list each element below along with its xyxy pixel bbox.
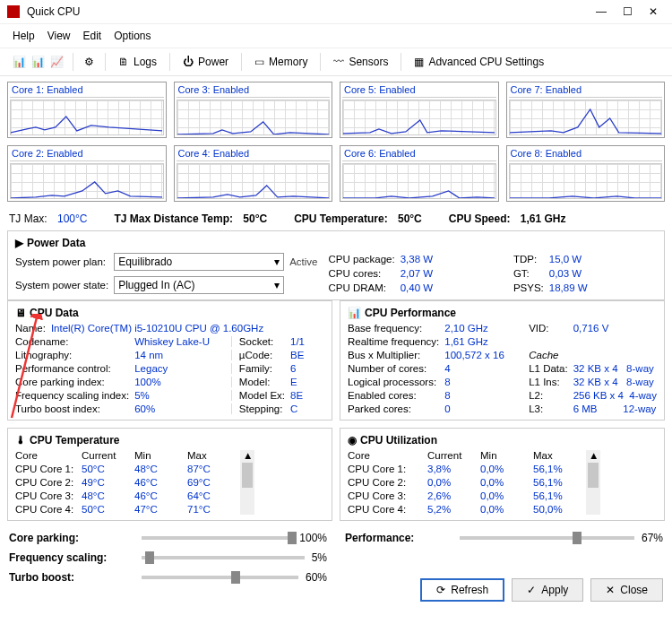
core-graph-6[interactable]: Core 6: Enabled — [340, 145, 499, 202]
power-data-panel: ▶Power Data System power plan: Equilibra… — [7, 230, 665, 300]
menu-help[interactable]: Help — [13, 30, 35, 42]
cpudata-label: Frequency scaling index: — [15, 390, 129, 401]
row-label: CPU Core 4: — [348, 504, 424, 515]
performance-slider[interactable]: Performance: 67% — [336, 528, 672, 548]
cpudata-label: Performance control: — [15, 363, 129, 374]
row-min: 0,0% — [480, 464, 530, 474]
core-title: Core 5: Enabled — [342, 84, 496, 98]
refresh-button[interactable]: ⟳Refresh — [420, 578, 504, 602]
cpuperf-label2: L1 Data: — [529, 363, 567, 374]
memory-button[interactable]: ▭Memory — [251, 54, 311, 70]
row-max: 56,1% — [533, 477, 582, 488]
power-stat-value: 0,03 W — [549, 268, 657, 279]
titlebar: Quick CPU — ☐ ✕ — [0, 0, 672, 24]
row-min: 46°C — [134, 477, 184, 488]
advanced-cpu-settings-button[interactable]: ▦Advanced CPU Settings — [410, 54, 547, 70]
minimize-button[interactable]: — — [596, 5, 607, 18]
cpudata-value: 5% — [134, 390, 226, 401]
menu-options[interactable]: Options — [114, 30, 151, 42]
row-label: CPU Core 2: — [348, 477, 424, 488]
power-state-select[interactable]: Plugged In (AC)▾ — [114, 276, 284, 294]
row-min: 47°C — [134, 504, 184, 515]
chevron-down-icon: ▾ — [274, 279, 280, 291]
core-title: Core 6: Enabled — [342, 148, 496, 161]
row-label: CPU Core 3: — [348, 490, 424, 501]
cpuperf-label2: L2: — [529, 390, 567, 401]
core-graph-1[interactable]: Core 1: Enabled — [7, 82, 167, 138]
core-graph-7[interactable]: Core 7: Enabled — [506, 82, 666, 138]
row-cur: 50°C — [82, 464, 131, 474]
cpudata-value2: BE — [290, 350, 324, 360]
close-window-button[interactable]: ✕ — [649, 5, 658, 18]
chart-icon-1[interactable]: 📊 — [13, 56, 26, 69]
core-graph-3[interactable]: Core 3: Enabled — [174, 82, 333, 138]
row-min: 0,0% — [480, 504, 530, 515]
frequency-scaling-slider[interactable]: Frequency scaling: 5% — [0, 548, 336, 568]
chart-icon-2[interactable]: 📊 — [31, 56, 45, 69]
row-label: CPU Core 3: — [15, 490, 78, 501]
cpudata-value: Whiskey Lake-U — [134, 336, 226, 347]
apply-button[interactable]: ✓Apply — [512, 578, 583, 602]
cpuperf-value: 100,572 x 16 — [444, 350, 523, 360]
core-graph-4[interactable]: Core 4: Enabled — [174, 145, 333, 202]
sensors-button[interactable]: 〰Sensors — [330, 54, 392, 70]
power-stat-value: 18,89 W — [549, 282, 657, 293]
core-title: Core 4: Enabled — [177, 148, 331, 161]
row-max: 64°C — [187, 490, 237, 501]
cpuperf-label2: VID: — [529, 323, 567, 334]
maximize-button[interactable]: ☐ — [623, 5, 633, 18]
cpuperf-value: 8 — [444, 390, 523, 401]
turbo-boost-slider[interactable]: Turbo boost: 60% — [0, 568, 336, 587]
col-header: Core — [15, 450, 78, 461]
row-label: CPU Core 4: — [15, 504, 78, 515]
cpuperf-value2: 32 KB x 4 8-way — [573, 377, 657, 387]
gear-icon[interactable]: ⚙ — [82, 56, 96, 69]
cpuperf-label: Bus x Multiplier: — [348, 350, 439, 360]
cpudata-value2: 8E — [290, 390, 324, 401]
thermometer-icon: 🌡 — [15, 434, 26, 447]
col-header: Current — [82, 450, 131, 461]
cpudata-label: Turbo boost index: — [15, 403, 129, 414]
power-state-label: System power state: — [15, 280, 108, 290]
row-min: 0,0% — [480, 477, 530, 488]
core-graph-8[interactable]: Core 8: Enabled — [506, 145, 666, 202]
cpuperf-value: 1,61 GHz — [444, 336, 523, 347]
chart-icon-3[interactable]: 📈 — [50, 56, 64, 69]
scrollbar[interactable]: ▲ — [586, 450, 600, 515]
row-min: 0,0% — [480, 490, 530, 501]
row-label: CPU Core 1: — [15, 464, 78, 474]
cpudata-label: Lithography: — [15, 350, 129, 360]
cpuperf-value2: 256 KB x 4 4-way — [573, 390, 657, 401]
cpuperf-value2: 6 MB 12-way — [573, 403, 657, 414]
cpuperf-value: 4 — [444, 363, 523, 374]
core-graph-2[interactable]: Core 2: Enabled — [7, 145, 167, 202]
core-graph-5[interactable]: Core 5: Enabled — [340, 82, 499, 138]
scrollbar[interactable]: ▲ — [240, 450, 254, 515]
cpudata-label2: Stepping: — [231, 403, 285, 414]
cpuperf-value2: 0,716 V — [573, 323, 657, 334]
cpudata-label2: Model: — [231, 377, 285, 387]
cpudata-value2: C — [290, 403, 324, 414]
close-button[interactable]: ✕Close — [590, 578, 663, 602]
power-button[interactable]: ⏻Power — [179, 54, 232, 70]
close-icon: ✕ — [606, 584, 615, 596]
power-plan-state: Active — [289, 256, 317, 267]
logs-button[interactable]: 🗎Logs — [115, 54, 160, 70]
row-min: 46°C — [134, 490, 184, 501]
core-title: Core 3: Enabled — [177, 84, 331, 98]
cpuperf-label: Number of cores: — [348, 363, 439, 374]
power-plan-select[interactable]: Equilibrado▾ — [114, 253, 284, 271]
power-stat-value: 2,07 W — [401, 268, 508, 279]
col-header: Core — [348, 450, 424, 461]
cpu-util-panel: ◉CPU Utilization CoreCurrentMinMax▲CPU C… — [340, 428, 665, 521]
menu-view[interactable]: View — [47, 30, 71, 42]
row-max: 56,1% — [533, 490, 582, 501]
row-label: CPU Core 1: — [348, 464, 424, 474]
row-cur: 48°C — [82, 490, 131, 501]
core-title: Core 7: Enabled — [509, 84, 663, 98]
cpuperf-label2: L3: — [529, 403, 567, 414]
toolbar: 📊 📊 📈 ⚙ 🗎Logs ⏻Power ▭Memory 〰Sensors ▦A… — [0, 48, 672, 76]
row-cur: 2,6% — [427, 490, 477, 501]
menu-edit[interactable]: Edit — [82, 30, 101, 42]
core-parking-slider[interactable]: Core parking: 100% — [0, 528, 336, 548]
